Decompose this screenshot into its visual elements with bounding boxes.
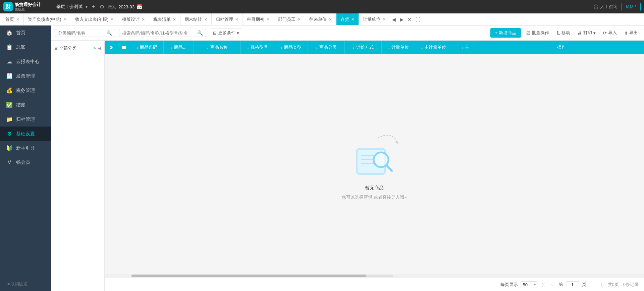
th-category[interactable]: ↕商品分类 xyxy=(308,41,345,54)
scrollbar-thumb[interactable] xyxy=(131,275,366,277)
sidebar-item-tax[interactable]: 💰 税务管理 xyxy=(0,83,51,98)
pagination-prev-button[interactable]: ﹤ xyxy=(549,281,556,288)
th-unit[interactable]: ↕计量单位 xyxy=(382,41,415,54)
tab-close-measure[interactable]: ✕ xyxy=(382,17,386,22)
th-settings[interactable]: ⚙ xyxy=(105,41,118,54)
app-title: 畅捷通好会计 xyxy=(15,2,41,7)
product-search-box[interactable]: 🔍 xyxy=(119,29,206,37)
more-filter-button[interactable]: ⊟ 更多条件 ▾ xyxy=(210,29,242,37)
app-edition: 旗舰版 xyxy=(15,7,41,11)
service-button[interactable]: 🎧 人工咨询 xyxy=(593,4,618,10)
select-all-checkbox[interactable] xyxy=(122,45,126,50)
tab-close-all-button[interactable]: ✕ xyxy=(406,17,414,22)
sidebar-item-home[interactable]: 🏠 首页 xyxy=(0,26,51,40)
tab-close-inventory[interactable]: ✕ xyxy=(351,17,355,22)
page-number-input[interactable] xyxy=(566,281,579,288)
sidebar-item-guide[interactable]: 🔰 新手引导 xyxy=(0,141,51,155)
tab-archive[interactable]: 归档管理 ✕ xyxy=(212,13,243,26)
tab-close-home[interactable]: ✕ xyxy=(16,17,19,22)
tab-close-contacts[interactable]: ✕ xyxy=(329,17,332,22)
grid-icon: ⊞ xyxy=(54,46,58,51)
pagination-last-button[interactable]: ⟩⟩ xyxy=(599,281,605,288)
category-collapse-icon[interactable]: ◀ xyxy=(98,46,101,51)
tab-close-dept[interactable]: ✕ xyxy=(298,17,301,22)
sidebar-item-basic-settings[interactable]: ⚙ 基础设置 xyxy=(0,127,51,141)
workspace-dropdown-icon[interactable]: ▼ xyxy=(85,4,89,9)
move-button[interactable]: ⇅ 移动 xyxy=(554,29,572,37)
category-search-box[interactable]: 🔍 xyxy=(55,29,115,37)
tab-balance-sheet[interactable]: 资产负债表(中期) ✕ xyxy=(24,13,71,26)
main-layout: 🏠 首页 📋 总账 ☁ 云报表中心 🧾 发票管理 💰 税务管理 ✅ 结账 📁 归… xyxy=(0,26,644,291)
tab-scroll-right-button[interactable]: ▶ xyxy=(398,17,406,22)
settings-button[interactable]: ⚙ xyxy=(98,2,106,11)
tab-income[interactable]: 收入支出表(年报) ✕ xyxy=(71,13,118,26)
empty-illustration-svg xyxy=(347,128,401,182)
settings-icon: ⚙ xyxy=(6,131,13,137)
tab-close-subject[interactable]: ✕ xyxy=(266,17,270,22)
tab-measure-unit[interactable]: 计量单位 ✕ xyxy=(359,13,390,26)
export-button[interactable]: ⬆ 导出 xyxy=(622,29,640,37)
export-icon: ⬆ xyxy=(624,31,628,36)
add-product-button[interactable]: + 新增商品 xyxy=(490,28,521,38)
iam-button[interactable]: iAM * xyxy=(622,3,641,11)
th-col3[interactable]: ↕主 xyxy=(452,41,479,54)
th-price-method[interactable]: ↕计价方式 xyxy=(345,41,382,54)
category-edit-icon[interactable]: ✎ xyxy=(93,46,97,51)
print-button[interactable]: 🖨 打印 ▾ xyxy=(576,29,598,37)
sidebar-item-report-center[interactable]: ☁ 云报表中心 xyxy=(0,54,51,69)
tab-subject-initial[interactable]: 科目期初 ✕ xyxy=(243,13,274,26)
archive-icon: 📁 xyxy=(6,116,13,123)
batch-icon: ☑ xyxy=(526,31,530,36)
filter-dropdown-icon: ▾ xyxy=(237,31,239,36)
tab-period-close[interactable]: 期末结转 ✕ xyxy=(180,13,212,26)
import-button[interactable]: ⟳ 导入 xyxy=(601,29,619,37)
th-barcode[interactable]: ↕商品条码 xyxy=(130,41,164,54)
category-search-input[interactable] xyxy=(58,31,105,36)
logo-area: 财 畅捷通好会计 旗舰版 xyxy=(3,2,54,11)
tab-close-archive[interactable]: ✕ xyxy=(235,17,238,22)
tab-template[interactable]: 模版设计 ✕ xyxy=(118,13,149,26)
category-header[interactable]: ⊞ 全部分类 ✎ ◀ xyxy=(51,43,104,53)
product-search-icon[interactable]: 🔍 xyxy=(197,30,203,36)
th-main-unit[interactable]: ↕主计量单位 xyxy=(415,41,452,54)
cloud-icon: ☁ xyxy=(6,58,13,65)
tab-close-template[interactable]: ✕ xyxy=(142,17,145,22)
tab-expand-button[interactable]: ⛶ xyxy=(414,17,422,22)
sidebar-item-invoice[interactable]: 🧾 发票管理 xyxy=(0,69,51,83)
pagination-next-button[interactable]: ﹥ xyxy=(589,281,596,288)
tab-scroll-left-button[interactable]: ◀ xyxy=(390,17,398,22)
category-search-icon[interactable]: 🔍 xyxy=(106,30,112,36)
sidebar: 🏠 首页 📋 总账 ☁ 云报表中心 🧾 发票管理 💰 税务管理 ✅ 结账 📁 归… xyxy=(0,26,51,291)
th-type[interactable]: ↕商品类型 xyxy=(274,41,308,54)
tab-contacts[interactable]: 往来单位 ✕ xyxy=(305,13,336,26)
home-icon: 🏠 xyxy=(6,30,13,36)
tab-close-income[interactable]: ✕ xyxy=(110,17,114,22)
tab-home[interactable]: 首页 ✕ xyxy=(1,13,24,26)
add-workspace-button[interactable]: + xyxy=(91,2,96,11)
svg-marker-7 xyxy=(395,141,398,144)
th-checkbox[interactable] xyxy=(118,41,130,54)
batch-ops-button[interactable]: ☑ 批量操作 xyxy=(524,29,551,37)
th-name[interactable]: ↕商品名称 xyxy=(194,41,241,54)
tab-inventory[interactable]: 存货 ✕ xyxy=(336,13,359,26)
tab-close-balance[interactable]: ✕ xyxy=(63,17,67,22)
sidebar-item-close-account[interactable]: ✅ 结账 xyxy=(0,98,51,112)
sidebar-item-archive[interactable]: 📁 归档管理 xyxy=(0,112,51,127)
tab-tax-list[interactable]: 税表清单 ✕ xyxy=(149,13,180,26)
product-search-input[interactable] xyxy=(122,31,196,36)
table-scrollbar[interactable] xyxy=(105,274,644,278)
tab-close-period[interactable]: ✕ xyxy=(204,17,207,22)
sidebar-item-ledger[interactable]: 📋 总账 xyxy=(0,40,51,54)
category-panel: ⊞ 全部分类 ✎ ◀ xyxy=(51,41,105,291)
top-bar: 财 畅捷通好会计 旗舰版 基层工会测试 ▼ + ⚙ 账期 2023-03 📅 🎧… xyxy=(0,0,644,13)
sidebar-unpin-button[interactable]: ◄取消固定 xyxy=(0,277,51,291)
tab-department[interactable]: 部门员工 ✕ xyxy=(274,13,305,26)
pagination-first-button[interactable]: ⟨⟨ xyxy=(540,281,546,288)
th-spec[interactable]: ↕规格型号 xyxy=(241,41,274,54)
per-page-select[interactable]: 20 50 100 xyxy=(521,281,537,288)
th-code[interactable]: ↕商品... xyxy=(164,41,194,54)
calendar-icon[interactable]: 📅 xyxy=(137,4,142,9)
guide-icon: 🔰 xyxy=(6,145,13,151)
sidebar-item-member[interactable]: V 畅会员 xyxy=(0,155,51,169)
tab-close-tax[interactable]: ✕ xyxy=(173,17,176,22)
